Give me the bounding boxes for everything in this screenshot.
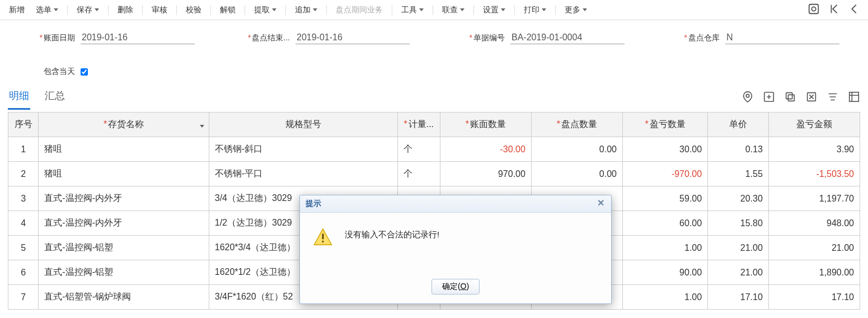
cell-spec[interactable]: 不锈钢-平口 [209, 162, 397, 186]
cell-seq[interactable]: 1 [8, 137, 39, 162]
cell-diff_qty[interactable]: 90.00 [622, 260, 707, 285]
cell-diff_amt[interactable]: 1,890.00 [768, 260, 860, 285]
col-seq[interactable]: 序号 [8, 113, 39, 137]
cell-diff_qty[interactable]: 59.00 [622, 186, 707, 211]
cell-count_qty[interactable]: 0.00 [531, 162, 622, 186]
chevron-down-icon [542, 8, 546, 11]
toolbar-选单[interactable]: 选单 [31, 3, 63, 17]
sort-handle-icon[interactable] [199, 120, 204, 130]
ok-button[interactable]: 确定(O) [431, 279, 480, 294]
add-row-icon[interactable] [763, 91, 775, 105]
cell-seq[interactable]: 5 [8, 236, 39, 260]
toolbar-删除[interactable]: 删除 [113, 3, 138, 17]
cell-name[interactable]: 猪咀 [39, 137, 209, 162]
cell-name[interactable]: 直式-温控阀-内外牙 [39, 211, 209, 236]
cell-seq[interactable]: 2 [8, 162, 39, 186]
cell-seq[interactable]: 3 [8, 186, 39, 211]
toolbar-设置[interactable]: 设置 [478, 3, 510, 17]
field-doc-no: *单据编号 [438, 31, 625, 44]
col-count_qty[interactable]: *盘点数量 [531, 113, 622, 137]
cell-diff_qty[interactable]: 1.00 [622, 285, 707, 310]
toolbar-更多[interactable]: 更多 [560, 3, 592, 17]
first-record-icon[interactable] [828, 3, 840, 17]
col-spec[interactable]: 规格型号 [209, 113, 397, 137]
cell-diff_amt[interactable]: 17.10 [768, 285, 860, 310]
export-icon[interactable] [848, 91, 860, 105]
toolbar-联查[interactable]: 联查 [438, 3, 469, 17]
delete-row-icon[interactable] [805, 91, 818, 105]
table-row[interactable]: 1猪咀不锈钢-斜口个-30.000.0030.000.133.90 [8, 137, 860, 162]
table-row[interactable]: 2猪咀不锈钢-平口个970.000.00-970.001.55-1,503.50 [8, 162, 860, 186]
cell-price[interactable]: 1.55 [708, 162, 769, 186]
cell-diff_amt[interactable]: -1,503.50 [768, 162, 860, 186]
copy-icon[interactable] [784, 91, 796, 105]
close-icon[interactable]: ✕ [595, 199, 606, 209]
book-date-input[interactable] [81, 31, 195, 44]
toolbar-提取[interactable]: 提取 [250, 3, 281, 17]
toolbar-separator [326, 5, 327, 15]
col-name[interactable]: *存货名称 [39, 113, 209, 137]
tab-detail[interactable]: 明细 [8, 86, 30, 110]
cell-name[interactable]: 直式-铝塑管-锅炉球阀 [39, 285, 209, 310]
cell-diff_qty[interactable]: 60.00 [622, 211, 707, 236]
cell-name[interactable]: 直式-温控阀-内外牙 [39, 186, 209, 211]
cell-seq[interactable]: 7 [8, 285, 39, 310]
toolbar-校验[interactable]: 校验 [181, 3, 206, 17]
cell-diff_amt[interactable]: 3.90 [768, 137, 860, 162]
col-diff_amt[interactable]: 盈亏金额 [768, 113, 860, 137]
col-book_qty[interactable]: *账面数量 [440, 113, 531, 137]
cell-name[interactable]: 猪咀 [39, 162, 209, 186]
col-diff_qty[interactable]: *盈亏数量 [622, 113, 707, 137]
cell-price[interactable]: 15.80 [708, 211, 769, 236]
include-today-checkbox[interactable] [81, 68, 88, 76]
scan-icon[interactable] [808, 3, 820, 17]
cell-price[interactable]: 21.00 [708, 236, 769, 260]
cell-name[interactable]: 直式-温控阀-铝塑 [39, 260, 209, 285]
toolbar-解锁[interactable]: 解锁 [215, 3, 240, 17]
toolbar-新增[interactable]: 新增 [4, 3, 29, 17]
cell-book_qty[interactable]: 970.00 [440, 162, 531, 186]
cell-spec[interactable]: 不锈钢-斜口 [209, 137, 397, 162]
dialog-body: 没有输入不合法的记录行! [300, 213, 611, 274]
cell-diff_qty[interactable]: -970.00 [622, 162, 707, 186]
dialog-title: 提示 [306, 199, 321, 209]
toolbar-保存[interactable]: 保存 [72, 3, 104, 17]
toolbar-审核[interactable]: 审核 [147, 3, 172, 17]
prev-record-icon[interactable] [848, 3, 860, 17]
cell-name[interactable]: 直式-温控阀-铝塑 [39, 236, 209, 260]
cell-price[interactable]: 21.00 [708, 260, 769, 285]
cell-price[interactable]: 17.10 [708, 285, 769, 310]
cell-book_qty[interactable]: -30.00 [440, 137, 531, 162]
cell-unit[interactable]: 个 [397, 162, 440, 186]
toolbar-separator [392, 5, 392, 15]
tab-summary[interactable]: 汇总 [44, 86, 66, 110]
toolbar-工具[interactable]: 工具 [397, 3, 428, 17]
cell-count_qty[interactable]: 0.00 [531, 137, 622, 162]
sort-icon[interactable] [827, 91, 839, 105]
chevron-down-icon [95, 8, 99, 11]
warehouse-input[interactable] [725, 31, 839, 44]
cell-diff_amt[interactable]: 1,197.70 [768, 186, 860, 211]
toolbar-separator [285, 5, 286, 15]
cell-diff_amt[interactable]: 948.00 [768, 211, 860, 236]
cell-diff_qty[interactable]: 1.00 [622, 236, 707, 260]
svg-rect-5 [786, 93, 792, 99]
col-unit[interactable]: *计量... [397, 113, 440, 137]
chevron-down-icon [460, 8, 465, 11]
col-price[interactable]: 单价 [708, 113, 769, 137]
cell-seq[interactable]: 4 [8, 211, 39, 236]
cell-seq[interactable]: 6 [8, 260, 39, 285]
cell-price[interactable]: 20.30 [708, 186, 769, 211]
locate-icon[interactable] [742, 91, 754, 105]
chevron-down-icon [419, 8, 424, 11]
doc-no-input[interactable] [510, 31, 625, 44]
cell-unit[interactable]: 个 [397, 137, 440, 162]
cell-price[interactable]: 0.13 [708, 137, 769, 162]
toolbar-打印[interactable]: 打印 [519, 3, 551, 17]
end-date-input[interactable] [295, 31, 410, 44]
cell-diff_amt[interactable]: 21.00 [768, 236, 860, 260]
svg-point-2 [746, 94, 749, 97]
svg-rect-9 [322, 233, 324, 239]
cell-diff_qty[interactable]: 30.00 [622, 137, 707, 162]
toolbar-追加[interactable]: 追加 [290, 3, 322, 17]
